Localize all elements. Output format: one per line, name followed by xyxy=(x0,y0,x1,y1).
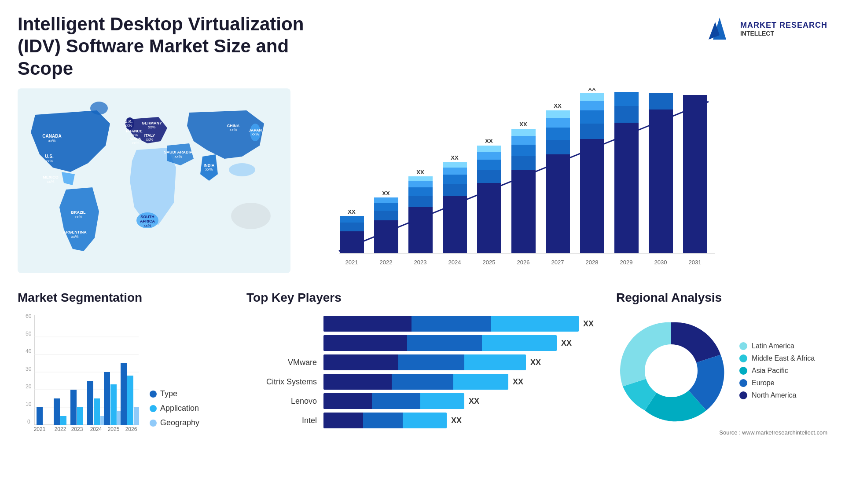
svg-rect-50 xyxy=(374,197,398,203)
page-title: Intelligent Desktop Virtualization (IDV)… xyxy=(18,13,326,80)
legend-type: Type xyxy=(150,389,199,398)
svg-rect-71 xyxy=(477,146,501,152)
regional-legend: Latin America Middle East & Africa Asia … xyxy=(739,342,815,399)
svg-rect-75 xyxy=(511,156,536,170)
svg-rect-48 xyxy=(374,211,398,220)
svg-text:xx%: xx% xyxy=(74,215,82,219)
reg-legend-latin: Latin America xyxy=(739,342,815,350)
svg-point-8 xyxy=(231,203,271,229)
svg-text:xx%: xx% xyxy=(146,137,153,142)
player-bar-citrix xyxy=(323,374,508,390)
svg-text:SAUDI ARABIA: SAUDI ARABIA xyxy=(164,150,193,154)
logo-icon xyxy=(704,13,735,44)
player-name-lenovo: Lenovo xyxy=(246,397,317,406)
svg-rect-92 xyxy=(580,93,604,101)
svg-rect-96 xyxy=(614,106,639,123)
player-bar-2 xyxy=(323,335,557,351)
player-name-vmware: VMware xyxy=(246,358,317,367)
svg-rect-56 xyxy=(408,181,433,187)
svg-rect-74 xyxy=(511,170,536,253)
reg-legend-na: North America xyxy=(739,391,815,399)
player-xx-1: XX xyxy=(583,319,594,329)
svg-point-151 xyxy=(645,344,698,397)
svg-text:2028: 2028 xyxy=(586,259,599,266)
player-bar-wrap-vmware: XX xyxy=(323,354,607,370)
svg-text:2024: 2024 xyxy=(90,426,102,432)
svg-rect-82 xyxy=(546,140,570,154)
svg-text:XX: XX xyxy=(416,169,424,175)
svg-text:60: 60 xyxy=(26,313,32,319)
application-label: Application xyxy=(160,404,199,413)
svg-rect-60 xyxy=(443,196,467,253)
player-row: Intel XX xyxy=(246,413,607,428)
svg-text:xx%: xx% xyxy=(71,234,78,239)
svg-text:2022: 2022 xyxy=(380,259,393,266)
seg-content: 0 10 20 30 40 50 60 xyxy=(18,311,238,441)
svg-text:2026: 2026 xyxy=(517,259,530,266)
growth-chart-section: XX 2021 XX 2022 XX 2023 xyxy=(304,88,827,278)
logo-text: MARKET RESEARCH INTELLECT xyxy=(740,21,827,37)
svg-rect-144 xyxy=(134,407,139,425)
player-bar-vmware xyxy=(323,354,526,370)
reg-legend-apac: Asia Pacific xyxy=(739,367,815,375)
player-bar-intel xyxy=(323,413,447,428)
svg-rect-49 xyxy=(374,203,398,211)
player-bar-wrap-2: XX xyxy=(323,335,607,351)
bottom-grid: Market Segmentation 0 10 20 30 40 50 60 xyxy=(18,291,827,441)
svg-rect-103 xyxy=(649,92,673,110)
svg-text:XX: XX xyxy=(554,102,562,109)
player-name-intel: Intel xyxy=(246,416,317,425)
svg-text:2025: 2025 xyxy=(108,426,120,432)
svg-rect-68 xyxy=(477,170,501,183)
player-row: XX xyxy=(246,335,607,351)
svg-rect-57 xyxy=(408,176,433,181)
logo-area: MARKET RESEARCH INTELLECT xyxy=(704,13,827,44)
svg-text:xx%: xx% xyxy=(125,123,132,128)
player-row: XX xyxy=(246,316,607,332)
bar-seg-light xyxy=(491,316,579,332)
player-row: Lenovo XX xyxy=(246,393,607,409)
player-xx-lenovo: XX xyxy=(469,397,479,406)
svg-rect-139 xyxy=(104,372,110,425)
svg-text:AFRICA: AFRICA xyxy=(140,219,155,223)
svg-rect-88 xyxy=(580,139,604,253)
svg-text:XX: XX xyxy=(588,88,596,92)
svg-rect-137 xyxy=(94,398,100,425)
latin-dot xyxy=(739,342,747,350)
svg-text:2022: 2022 xyxy=(55,426,66,432)
world-map: CANADA xx% U.S. xx% MEXICO xx% BRAZIL xx… xyxy=(18,88,290,273)
svg-text:BRAZIL: BRAZIL xyxy=(71,210,86,215)
growth-chart: XX 2021 XX 2022 XX 2023 xyxy=(312,88,731,278)
geography-label: Geography xyxy=(160,418,199,427)
svg-text:2025: 2025 xyxy=(483,259,496,266)
regional-title: Regional Analysis xyxy=(616,291,827,305)
player-row: Citrix Systems XX xyxy=(246,374,607,390)
latin-label: Latin America xyxy=(752,342,794,350)
svg-text:2021: 2021 xyxy=(34,426,46,432)
svg-rect-142 xyxy=(121,363,127,425)
svg-text:40: 40 xyxy=(26,348,32,354)
svg-text:xx%: xx% xyxy=(47,179,54,184)
svg-rect-131 xyxy=(37,407,43,425)
svg-rect-53 xyxy=(408,207,433,253)
svg-rect-135 xyxy=(77,407,83,425)
player-row: VMware XX xyxy=(246,354,607,370)
player-name-citrix: Citrix Systems xyxy=(246,377,317,387)
svg-text:xx%: xx% xyxy=(229,128,237,132)
na-dot xyxy=(739,391,747,399)
type-dot xyxy=(150,391,157,398)
svg-text:xx%: xx% xyxy=(251,132,259,136)
svg-text:XX: XX xyxy=(485,138,493,144)
svg-text:xx%: xx% xyxy=(45,159,53,163)
svg-rect-85 xyxy=(546,110,570,118)
svg-rect-91 xyxy=(580,101,604,110)
svg-rect-63 xyxy=(443,168,467,175)
svg-rect-69 xyxy=(477,160,501,170)
svg-text:30: 30 xyxy=(26,366,32,372)
svg-rect-90 xyxy=(580,110,604,124)
svg-rect-43 xyxy=(340,223,364,231)
svg-rect-47 xyxy=(374,220,398,253)
svg-text:20: 20 xyxy=(26,383,32,390)
apac-dot xyxy=(739,367,747,375)
player-bar-1 xyxy=(323,316,579,332)
